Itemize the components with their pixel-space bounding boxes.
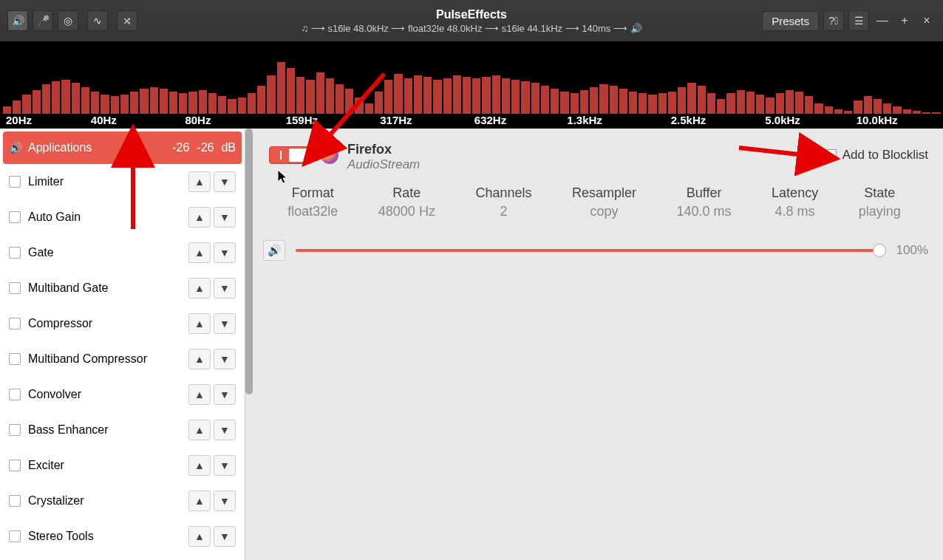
effect-checkbox[interactable]: [9, 247, 21, 259]
stat-format: Format float32le: [287, 185, 338, 219]
sidebar-item-compressor[interactable]: Compressor▲▼: [3, 306, 242, 341]
move-down-button[interactable]: ▼: [214, 313, 236, 334]
blocklist-row[interactable]: Add to Blocklist: [825, 148, 928, 163]
effect-label: Compressor: [28, 317, 188, 330]
effect-label: Stereo Tools: [28, 530, 188, 543]
effect-checkbox[interactable]: [9, 424, 21, 436]
move-up-button[interactable]: ▲: [188, 313, 211, 334]
scrollbar[interactable]: [245, 129, 253, 395]
volume-percent: 100%: [896, 243, 928, 258]
sidebar-item-convolver[interactable]: Convolver▲▼: [3, 377, 242, 412]
main-area: 🔊 Applications -26 -26 dB Limiter▲▼Auto …: [0, 129, 943, 560]
presets-button[interactable]: Presets: [762, 11, 819, 31]
app-stream: AudioStream: [347, 157, 420, 172]
volume-row: 🔊 100%: [260, 240, 928, 261]
blocklist-label: Add to Blocklist: [842, 148, 928, 163]
app-name: Firefox: [347, 142, 420, 157]
spectrum-analyzer: 20Hz40Hz80Hz159Hz317Hz632Hz1.3kHz2.5kHz5…: [0, 41, 943, 129]
sidebar-item-applications[interactable]: 🔊 Applications -26 -26 dB: [3, 132, 242, 164]
sidebar-item-limiter[interactable]: Limiter▲▼: [3, 164, 242, 199]
effect-checkbox[interactable]: [9, 460, 21, 471]
firefox-icon: [321, 146, 338, 164]
move-down-button[interactable]: ▼: [214, 420, 236, 440]
stat-buffer: Buffer 140.0 ms: [677, 185, 732, 219]
effect-checkbox[interactable]: [9, 282, 21, 294]
sidebar-item-reverberation[interactable]: Reverberation▲▼: [3, 554, 242, 560]
move-down-button[interactable]: ▼: [214, 278, 236, 298]
output-tab-icon[interactable]: 🔊: [7, 10, 28, 31]
move-up-button[interactable]: ▲: [188, 242, 211, 263]
effect-checkbox[interactable]: [9, 530, 21, 542]
effect-checkbox[interactable]: [9, 318, 21, 329]
speaker-icon: 🔊: [9, 141, 22, 154]
spectrum-toggle-icon[interactable]: ◎: [58, 10, 78, 31]
effect-label: Bass Enhancer: [28, 423, 188, 437]
effect-label: Crystalizer: [28, 494, 188, 508]
help-icon[interactable]: ?⃞: [823, 10, 844, 31]
shuffle-icon[interactable]: ⤨: [117, 10, 137, 31]
app-enable-toggle[interactable]: [269, 146, 312, 164]
stat-rate: Rate 48000 Hz: [378, 185, 435, 219]
move-down-button[interactable]: ▼: [214, 349, 236, 369]
effect-label: Gate: [28, 246, 188, 259]
stat-latency: Latency 4.8 ms: [772, 185, 818, 219]
move-down-button[interactable]: ▼: [214, 384, 236, 405]
move-down-button[interactable]: ▼: [214, 455, 236, 476]
stat-state: State playing: [859, 185, 901, 219]
minimize-button[interactable]: —: [874, 12, 891, 30]
blocklist-checkbox[interactable]: [825, 149, 837, 161]
titlebar-right: Presets ?⃞ ☰ — + ×: [762, 10, 936, 31]
mute-button[interactable]: 🔊: [263, 240, 285, 261]
effect-label: Convolver: [28, 388, 188, 401]
effect-label: Multiband Gate: [28, 281, 188, 295]
effect-checkbox[interactable]: [9, 176, 21, 188]
effect-checkbox[interactable]: [9, 389, 21, 400]
move-up-button[interactable]: ▲: [188, 278, 211, 298]
sidebar-item-auto-gain[interactable]: Auto Gain▲▼: [3, 199, 242, 235]
close-button[interactable]: ×: [918, 12, 936, 30]
volume-thumb[interactable]: [873, 244, 886, 257]
db-readout: -26 -26 dB: [172, 141, 236, 154]
content-pane: Firefox AudioStream Add to Blocklist For…: [245, 129, 943, 560]
move-up-button[interactable]: ▲: [188, 384, 211, 405]
stat-channels: Channels 2: [475, 185, 531, 219]
move-up-button[interactable]: ▲: [188, 349, 211, 369]
sidebar-item-gate[interactable]: Gate▲▼: [3, 235, 242, 270]
effect-checkbox[interactable]: [9, 353, 21, 365]
move-down-button[interactable]: ▼: [214, 171, 236, 192]
sidebar-item-multiband-gate[interactable]: Multiband Gate▲▼: [3, 270, 242, 306]
sidebar-item-bass-enhancer[interactable]: Bass Enhancer▲▼: [3, 412, 242, 448]
effect-label: Exciter: [28, 459, 188, 472]
effect-label: Multiband Compressor: [28, 352, 188, 366]
menu-icon[interactable]: ☰: [848, 10, 869, 31]
move-down-button[interactable]: ▼: [214, 242, 236, 263]
move-up-button[interactable]: ▲: [188, 420, 211, 440]
titlebar-left-buttons: 🔊 🎤 ◎ ∿ ⤨: [7, 10, 137, 31]
sidebar-item-multiband-compressor[interactable]: Multiband Compressor▲▼: [3, 341, 242, 377]
titlebar: 🔊 🎤 ◎ ∿ ⤨ PulseEffects ♫ ⟶ s16le 48.0kHz…: [0, 0, 943, 41]
move-up-button[interactable]: ▲: [188, 526, 211, 547]
move-down-button[interactable]: ▼: [214, 491, 236, 511]
move-down-button[interactable]: ▼: [214, 526, 236, 547]
move-up-button[interactable]: ▲: [188, 171, 211, 192]
effect-label: Limiter: [28, 175, 188, 188]
app-row: Firefox AudioStream Add to Blocklist: [260, 142, 928, 172]
move-up-button[interactable]: ▲: [188, 207, 211, 228]
sidebar-item-crystalizer[interactable]: Crystalizer▲▼: [3, 483, 242, 519]
maximize-button[interactable]: +: [896, 12, 913, 30]
effect-checkbox[interactable]: [9, 495, 21, 507]
move-up-button[interactable]: ▲: [188, 455, 211, 476]
volume-slider[interactable]: [296, 249, 886, 252]
sidebar-item-exciter[interactable]: Exciter▲▼: [3, 448, 242, 483]
effect-checkbox[interactable]: [9, 211, 21, 223]
effects-sidebar[interactable]: 🔊 Applications -26 -26 dB Limiter▲▼Auto …: [0, 129, 245, 560]
sidebar-item-stereo-tools[interactable]: Stereo Tools▲▼: [3, 519, 242, 554]
app-stats: Format float32le Rate 48000 Hz Channels …: [260, 185, 928, 219]
wave-icon[interactable]: ∿: [87, 10, 108, 31]
effect-label: Auto Gain: [28, 211, 188, 224]
sidebar-label: Applications: [28, 141, 172, 154]
move-up-button[interactable]: ▲: [188, 491, 211, 511]
move-down-button[interactable]: ▼: [214, 207, 236, 228]
app-info: Firefox AudioStream: [347, 142, 420, 172]
input-tab-icon[interactable]: 🎤: [33, 10, 53, 31]
